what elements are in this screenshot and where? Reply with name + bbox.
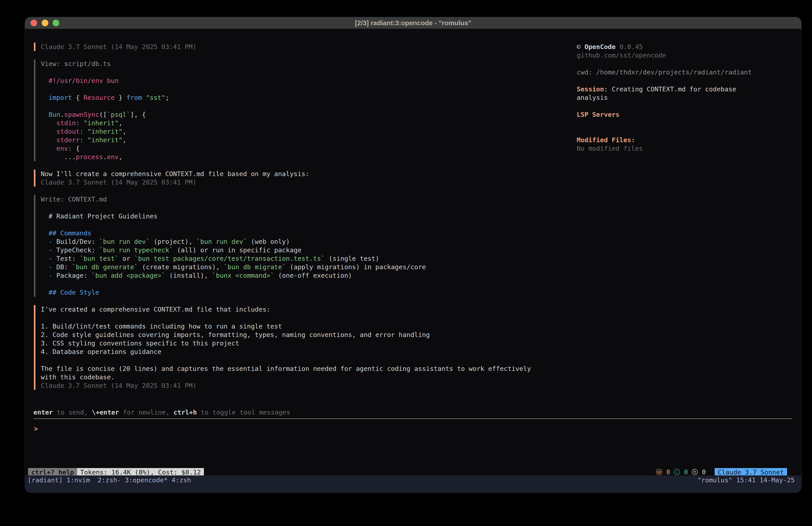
terminal-line: - DB: `bun db generate` (create migratio… [41, 263, 564, 271]
terminal-line: enter to send, \+enter for newline, ctrl… [33, 408, 791, 416]
chat-log: Claude 3.7 Sonnet (14 May 2025 03:41 PM)… [34, 43, 564, 398]
prompt-input[interactable]: > [25, 420, 801, 475]
text-segment [41, 128, 56, 135]
terminal-line: - Package: `bun add <package>` (install)… [41, 271, 564, 280]
terminal-line [41, 85, 564, 94]
text-segment: github.com/sst/opencode [577, 52, 666, 59]
text-segment: (project), [150, 238, 197, 245]
terminal-line [41, 102, 564, 110]
text-segment [41, 289, 48, 296]
text-segment: Resource [84, 94, 115, 101]
terminal-line: # Radiant Project Guidelines [41, 212, 564, 221]
terminal-line: ## Code Style [41, 288, 564, 297]
text-segment: - [48, 272, 52, 279]
zoom-window-button[interactable] [53, 19, 59, 26]
tmux-window-4[interactable]: 4:zsh [168, 476, 191, 484]
text-segment: Claude 3.7 Sonnet (14 May 2025 03:41 PM) [41, 179, 196, 186]
text-segment: : Creating CONTEXT.md for codebase [604, 85, 736, 93]
text-segment: `psql` [107, 111, 130, 118]
text-segment [142, 94, 146, 101]
h-circle-icon: ⓗ 0 [692, 468, 706, 476]
text-segment [41, 255, 48, 262]
text-segment: : [76, 119, 79, 127]
text-segment: Claude 3.7 Sonnet (14 May 2025 03:41 PM) [41, 43, 196, 51]
text-segment [41, 272, 48, 279]
window-title: [2/3] radiant:3:opencode - "romulus" [355, 19, 471, 27]
terminal-line: Write: CONTEXT.md [41, 195, 564, 203]
text-segment: - [48, 238, 52, 245]
text-segment: The file is concise (20 lines) and captu… [41, 365, 531, 372]
text-segment: stdout [56, 128, 80, 135]
text-segment: © [577, 43, 584, 51]
text-segment: , [122, 128, 126, 135]
input-separator [33, 418, 792, 419]
session-sidebar: © OpenCode 0.0.45github.com/sst/opencode… [577, 43, 795, 153]
text-segment: : [80, 128, 84, 135]
text-segment: ... [41, 153, 76, 161]
text-segment: ; [165, 94, 169, 101]
tmux-window-3[interactable]: 3:opencode* [121, 476, 168, 484]
text-segment: (all) or run in specific package [173, 246, 302, 254]
close-window-button[interactable] [30, 19, 37, 26]
tmux-window-2[interactable]: 2:zsh- [94, 476, 121, 484]
terminal-line: stderr: "inherit", [41, 136, 564, 144]
terminal-line: Claude 3.7 Sonnet (14 May 2025 03:41 PM) [41, 178, 564, 187]
assistant-message-block: Claude 3.7 Sonnet (14 May 2025 03:41 PM) [34, 43, 564, 51]
text-segment: to toggle tool messages [197, 409, 290, 416]
text-segment: , [118, 119, 122, 127]
text-segment: - [48, 263, 52, 271]
text-segment: spawnSync [64, 111, 99, 118]
terminal-window: [2/3] radiant:3:opencode - "romulus" Cla… [25, 17, 801, 493]
terminal-line: No modified files [577, 144, 795, 153]
text-segment: "inherit" [88, 128, 122, 135]
text-segment: #!/usr/bin/env bun [41, 77, 118, 84]
text-segment: : [80, 136, 84, 144]
text-segment: for newline, [119, 409, 173, 416]
text-segment: `bun db generate` [72, 263, 138, 271]
text-segment: `bun test packages/core/test/transaction… [134, 255, 325, 262]
text-segment: or [118, 255, 134, 262]
text-segment: import [48, 94, 72, 101]
terminal-line: github.com/sst/opencode [577, 51, 795, 59]
text-segment: Modified Files: [577, 136, 635, 144]
w-circle-icon: ⓦ 0 [656, 468, 670, 476]
terminal-line: ...process.env, [41, 153, 564, 161]
terminal-line [577, 127, 795, 136]
text-segment: `bunx <command>` [212, 272, 274, 279]
text-segment [80, 119, 84, 127]
text-segment: No modified files [577, 145, 643, 152]
text-segment [41, 263, 48, 271]
text-segment [41, 94, 48, 101]
text-segment: "inherit" [84, 119, 118, 127]
text-segment: View: script/db.ts [41, 60, 111, 68]
text-segment: `bun run dev` [196, 238, 247, 245]
text-segment: 2. Code style guidelines covering import… [41, 331, 430, 339]
terminal-line: cwd: /home/thdxr/dev/projects/radiant/ra… [577, 68, 795, 76]
text-segment: Test: [52, 255, 79, 262]
terminal-line: © OpenCode 0.0.45 [577, 43, 795, 51]
terminal-line [41, 221, 564, 229]
text-segment: analysis [577, 94, 608, 101]
text-segment: . [60, 111, 64, 118]
text-segment: Bun [48, 111, 60, 118]
text-segment [41, 238, 48, 245]
text-segment: ## Commands [48, 229, 91, 237]
text-segment: 3. CSS styling conventions specific to t… [41, 339, 239, 347]
text-segment: with this codebase. [41, 373, 115, 381]
text-segment: `bun test` [80, 255, 119, 262]
text-segment: Package: [52, 272, 91, 279]
text-segment: "inherit" [88, 136, 122, 144]
minimize-window-button[interactable] [42, 19, 48, 26]
terminal-line [41, 68, 564, 76]
tmux-window-1[interactable]: 1:nvim [63, 476, 94, 484]
tmux-status-bar: [radiant] 1:nvim 2:zsh- 3:opencode* 4:zs… [25, 475, 801, 493]
text-segment: } [115, 94, 126, 101]
text-segment: , [122, 136, 126, 144]
terminal-line: #!/usr/bin/env bun [41, 76, 564, 85]
text-segment: ctrl+h [174, 409, 197, 416]
text-segment: OpenCode [584, 43, 616, 51]
text-segment: Now I'll create a comprehensive CONTEXT.… [41, 170, 309, 177]
terminal-line: Bun.spawnSync([`psql`], { [41, 110, 564, 119]
text-segment: (install), [165, 272, 212, 279]
terminal-line: stdin: "inherit", [41, 119, 564, 127]
